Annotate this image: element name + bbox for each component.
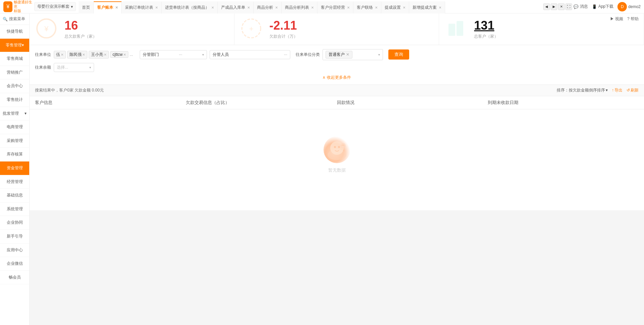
tab-next-arrow[interactable]: ▶: [551, 3, 557, 10]
filter-row-1: 往来单位 伍 ✕ 陈民强 ✕ 王小亮 ✕ cjttcw: [35, 49, 639, 60]
unit-class-filter-select[interactable]: 普通客户 ✕ ▾: [323, 49, 383, 60]
message-icon: 💬: [573, 4, 578, 9]
total-customers-label: 总客户（家）: [474, 34, 498, 39]
tab-customer-segmentation-close[interactable]: ✕: [347, 6, 350, 9]
sidebar-item-quick-nav[interactable]: 快捷导航: [0, 25, 29, 39]
stats-row: ¥ 16 总欠款客户（家） + -2.11 欠款合计（: [30, 13, 644, 45]
sidebar-item-retail-store[interactable]: 零售商城: [0, 52, 29, 66]
sidebar-item-system-mgmt[interactable]: 系统管理: [0, 203, 29, 216]
debt-amount-label: 欠款合计（万）: [269, 34, 298, 39]
dept-chevron-icon: ▾: [202, 53, 204, 57]
tab-purchase-order[interactable]: 采购订单统计表 ✕: [122, 1, 162, 13]
tab-promotion-settings[interactable]: 提成设置 ✕: [381, 1, 409, 13]
new-guide-label: 新手引导: [7, 234, 23, 239]
sidebar-item-plus-member[interactable]: 畅会员: [0, 271, 29, 285]
tab-goods-analysis-close[interactable]: ✕: [275, 6, 278, 9]
sidebar-item-enterprise-collab[interactable]: 企业协同: [0, 216, 29, 230]
unit-tag-chen-text: 陈民强: [70, 52, 82, 58]
tab-goods-analysis-list[interactable]: 商品分析列表 ✕: [282, 1, 317, 13]
logo-text: 畅捷通好生意 标版: [14, 0, 33, 13]
debt-customers-label: 总欠款客户（家）: [65, 34, 97, 39]
dept-filter-select[interactable]: 分管部门 ··· ▾: [140, 50, 207, 59]
tab-expand[interactable]: ⛶: [565, 3, 572, 10]
quick-nav-label: 快捷导航: [7, 29, 23, 34]
tab-customer-contact[interactable]: 客户联络 ✕: [353, 1, 381, 13]
tab-purchase-order-close[interactable]: ✕: [155, 6, 158, 9]
sidebar-item-enterprise-wechat[interactable]: 企业微信: [0, 257, 29, 271]
sidebar-item-marketing[interactable]: 营销推广: [0, 66, 29, 80]
tab-accounts-close[interactable]: ✕: [115, 6, 118, 9]
collapse-filters-btn[interactable]: ∧ 收起更多条件: [323, 75, 351, 80]
tab-product-inbound[interactable]: 产成品入库单 ✕: [218, 1, 254, 13]
sidebar-item-retail-mgmt[interactable]: 零售管理 ▾: [0, 39, 29, 52]
tab-prev-arrow[interactable]: ◀: [543, 3, 550, 10]
tab-inbound-stat-close[interactable]: ✕: [211, 6, 214, 9]
sidebar-item-wholesale-mgmt[interactable]: 批发管理 ▾: [0, 107, 29, 121]
workspace-selector[interactable]: 母婴行业演示帐套 ▾: [34, 2, 76, 11]
tab-inbound-stat[interactable]: 进货单统计表（按商品） ✕: [162, 1, 218, 13]
table-col-repayment: 回款情况: [337, 100, 488, 106]
empty-text: 暂无数据: [328, 167, 346, 173]
tab-product-inbound-close[interactable]: ✕: [247, 6, 250, 9]
export-btn[interactable]: ↑ 导出: [612, 87, 622, 93]
tab-accounts[interactable]: 客户账本 ✕: [94, 1, 122, 13]
tab-goods-analysis-list-close[interactable]: ✕: [311, 6, 314, 9]
unit-tag-wang: 王小亮 ✕: [89, 51, 109, 59]
filter-row-2: 往来余额 选择... ▾: [35, 63, 639, 72]
unit-tag-cjttcw-remove[interactable]: ✕: [123, 53, 126, 57]
balance-filter-select[interactable]: 选择... ▾: [54, 63, 94, 72]
person-filter-select[interactable]: 分管人员 ···: [210, 50, 290, 59]
message-btn[interactable]: 💬 消息: [573, 4, 588, 9]
video-label: 视频: [615, 16, 623, 21]
table-col-due-date: 到期未收款日期: [488, 100, 639, 106]
unit-tag-wang-remove[interactable]: ✕: [104, 53, 106, 57]
unit-class-chevron-icon: ▾: [378, 53, 380, 57]
ecommerce-label: 电商管理: [7, 124, 23, 130]
balance-filter-label: 往来余额: [35, 65, 51, 70]
retail-store-label: 零售商城: [7, 56, 23, 62]
user-menu[interactable]: D demo2: [617, 2, 641, 11]
app-download-btn[interactable]: 📱 App下载: [592, 4, 613, 9]
app-download-label: App下载: [598, 4, 613, 9]
help-btn[interactable]: ? 帮助: [627, 16, 639, 22]
video-btn[interactable]: ▶ 视频: [610, 16, 623, 22]
sidebar-item-purchase-mgmt[interactable]: 采购管理: [0, 134, 29, 148]
message-label: 消息: [580, 4, 588, 9]
export-label: 导出: [614, 87, 622, 93]
video-icon: ▶: [610, 16, 614, 21]
tab-customer-contact-close[interactable]: ✕: [375, 6, 378, 9]
tab-new-promotion-close[interactable]: ✕: [439, 6, 441, 9]
tab-customer-segmentation[interactable]: 客户分层经营 ✕: [317, 1, 353, 13]
sidebar-item-ecommerce[interactable]: 电商管理: [0, 120, 29, 134]
phone-icon: 📱: [592, 4, 597, 9]
sidebar-item-fund-mgmt[interactable]: 资金管理: [0, 161, 29, 175]
tab-close-all[interactable]: ✕: [558, 3, 565, 10]
sidebar-item-member-center[interactable]: 会员中心: [0, 79, 29, 93]
unit-tag-wu-remove[interactable]: ✕: [61, 53, 63, 57]
tab-goods-analysis-list-label: 商品分析列表: [285, 5, 309, 10]
tab-new-promotion[interactable]: 新增提成方案 ✕: [409, 1, 445, 13]
unit-tag-chen-remove[interactable]: ✕: [82, 53, 85, 57]
wholesale-mgmt-label: 批发管理: [3, 111, 19, 116]
sort-select[interactable]: 排序：按欠款金额倒序排序 ▾: [557, 87, 608, 93]
tab-promotion-settings-close[interactable]: ✕: [403, 6, 405, 9]
search-menu-btn[interactable]: 🔍 搜索菜单: [0, 13, 29, 25]
tab-goods-analysis[interactable]: 商品分析 ✕: [254, 1, 282, 13]
unit-tag-more[interactable]: ...: [130, 52, 133, 57]
sidebar-item-new-guide[interactable]: 新手引导: [0, 230, 29, 244]
refresh-btn[interactable]: ↺ 刷新: [627, 87, 639, 93]
unit-class-tag-remove[interactable]: ✕: [346, 52, 349, 57]
sidebar-item-retail-stats[interactable]: 零售统计: [0, 93, 29, 107]
tab-home[interactable]: 首页: [79, 1, 94, 13]
dept-filter-label-inner: 分管部门: [143, 52, 159, 58]
plus-member-label: 畅会员: [9, 275, 21, 280]
sidebar-item-app-center[interactable]: 应用中心: [0, 244, 29, 257]
sidebar-item-ops-mgmt[interactable]: 经营管理: [0, 175, 29, 189]
search-actions: 排序：按欠款金额倒序排序 ▾ ↑ 导出 ↺ 刷新: [557, 87, 639, 93]
sidebar-item-inventory[interactable]: 库存核算: [0, 148, 29, 161]
sidebar-item-basic-info[interactable]: 基础信息: [0, 189, 29, 203]
collapse-btn-label: 收起更多条件: [327, 75, 351, 80]
tab-purchase-order-label: 采购订单统计表: [125, 5, 153, 10]
stat-card-debt-amount: + -2.11 欠款合计（万）: [234, 13, 439, 45]
query-button[interactable]: 查询: [388, 49, 409, 60]
